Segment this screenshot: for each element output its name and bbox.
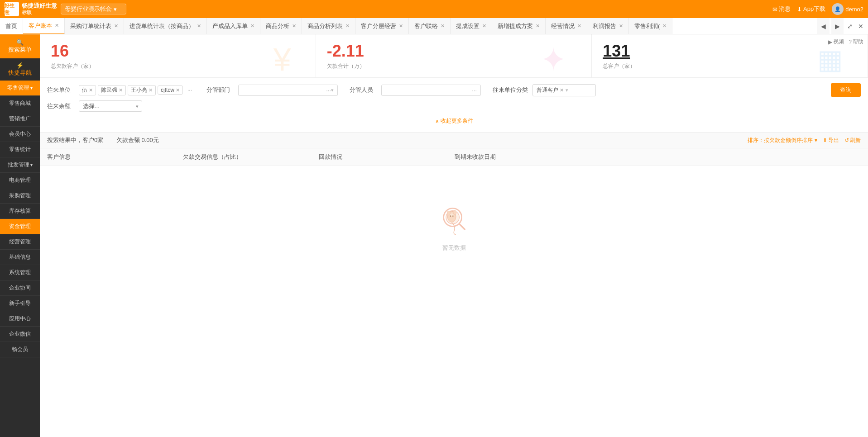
tab-close-icon[interactable]: ✕ bbox=[399, 23, 403, 29]
message-btn[interactable]: ✉ 消息 bbox=[772, 5, 791, 13]
sidebar-item-app-center[interactable]: 应用中心 bbox=[0, 311, 40, 327]
tab-close-icon[interactable]: ✕ bbox=[619, 23, 623, 29]
tab-close-icon[interactable]: ✕ bbox=[55, 23, 59, 28]
tab-close-all-icon[interactable]: ✕ bbox=[856, 22, 865, 31]
sidebar-item-inventory[interactable]: 库存核算 bbox=[0, 204, 40, 219]
tab-customer-segment[interactable]: 客户分层经营 ✕ bbox=[355, 18, 409, 34]
chevron-down-icon[interactable]: ▾ bbox=[815, 137, 817, 143]
filter-tag-chen[interactable]: 陈民强 ✕ bbox=[98, 85, 126, 95]
collapse-button[interactable]: ∧ 收起更多条件 bbox=[435, 115, 473, 127]
filter-tag-wang[interactable]: 王小亮 ✕ bbox=[128, 85, 156, 95]
sidebar-item-retail-stats[interactable]: 零售统计 bbox=[0, 142, 40, 157]
filter-tag-cjttcw[interactable]: cjttcw ✕ bbox=[158, 86, 183, 95]
tab-home[interactable]: 首页 bbox=[0, 18, 23, 34]
tab-next-arrow[interactable]: ▶ bbox=[831, 18, 844, 34]
filter-dept-dots[interactable]: ··· bbox=[326, 87, 331, 94]
sidebar-item-member[interactable]: 会员中心 bbox=[0, 127, 40, 142]
tab-product-analysis[interactable]: 商品分析 ✕ bbox=[260, 18, 302, 34]
tab-close-icon[interactable]: ✕ bbox=[345, 23, 350, 29]
sidebar-item-new-guide[interactable]: 新手引导 bbox=[0, 296, 40, 311]
empty-state: 暂无数据 bbox=[40, 166, 868, 288]
avatar: 👤 bbox=[832, 3, 844, 15]
video-btn[interactable]: ▶ 视频 bbox=[828, 38, 844, 46]
remove-tag-ordinary[interactable]: ✕ bbox=[560, 87, 564, 93]
filter-balance-select[interactable]: 选择... bbox=[79, 100, 142, 112]
tab-purchase-order[interactable]: 采购订单统计表 ✕ bbox=[65, 18, 124, 34]
tab-close-icon[interactable]: ✕ bbox=[292, 23, 296, 29]
sidebar: 🔍 搜索菜单 ⚡ 快捷导航 零售管理 ▾ 零售商城 营销推广 会员中心 零售统计… bbox=[0, 34, 40, 437]
filter-staff-label: 分管人员 bbox=[350, 86, 377, 94]
tab-expand-icon[interactable]: ⤢ bbox=[845, 22, 854, 31]
sidebar-item-retail[interactable]: 零售管理 ▾ bbox=[0, 81, 40, 96]
sidebar-item-system[interactable]: 系统管理 bbox=[0, 265, 40, 280]
sidebar-item-purchase[interactable]: 采购管理 bbox=[0, 188, 40, 204]
search-result-bar: 搜索结果中，客户0家 欠款金额 0.00元 排序：按欠款金额倒序排序 ▾ ⬆ 导… bbox=[40, 133, 868, 148]
remove-tag-wu[interactable]: ✕ bbox=[89, 87, 93, 93]
result-actions: 排序：按欠款金额倒序排序 ▾ ⬆ 导出 ↺ 刷新 bbox=[748, 137, 861, 144]
sidebar-item-enterprise-collab[interactable]: 企业协同 bbox=[0, 280, 40, 296]
app-download-btn[interactable]: ⬇ App下载 bbox=[797, 5, 825, 13]
tab-customer-book[interactable]: 客户账本 ✕ bbox=[23, 18, 65, 34]
sidebar-item-wholesale[interactable]: 批发管理 ▾ bbox=[0, 157, 40, 173]
filter-tag-wu[interactable]: 伍 ✕ bbox=[79, 85, 96, 95]
tab-stock-stats[interactable]: 进货单统计表（按商品） ✕ bbox=[124, 18, 207, 34]
refresh-icon: ↺ bbox=[844, 137, 849, 143]
remove-tag-wang[interactable]: ✕ bbox=[149, 87, 153, 93]
th-debt-info: 欠款交易信息（占比） bbox=[183, 153, 319, 161]
tab-profit-report[interactable]: 利润报告 ✕ bbox=[587, 18, 629, 34]
sidebar-item-finance[interactable]: 资金管理 bbox=[0, 219, 40, 234]
sidebar-app-center-label: 应用中心 bbox=[9, 315, 31, 322]
empty-text: 暂无数据 bbox=[442, 244, 466, 252]
remove-tag-chen[interactable]: ✕ bbox=[119, 87, 123, 93]
filter-tag-ordinary[interactable]: 普通客户 ✕ bbox=[537, 86, 564, 94]
sidebar-item-enterprise-wechat[interactable]: 企业微信 bbox=[0, 327, 40, 342]
download-icon: ⬇ bbox=[797, 6, 802, 13]
sidebar-quick-nav[interactable]: ⚡ 快捷导航 bbox=[0, 58, 40, 81]
filter-staff-input[interactable]: ··· bbox=[381, 85, 481, 96]
result-amount: 欠款金额 0.00元 bbox=[110, 137, 159, 143]
filter-dept-input[interactable]: ··· ▾ bbox=[238, 85, 338, 96]
search-icon: 🔍 bbox=[16, 39, 24, 46]
sidebar-retail-mall-label: 零售商城 bbox=[9, 100, 31, 106]
tab-close-icon[interactable]: ✕ bbox=[250, 23, 254, 29]
tab-close-icon[interactable]: ✕ bbox=[197, 23, 201, 29]
tab-close-icon[interactable]: ✕ bbox=[662, 23, 667, 29]
sidebar-item-basic-info[interactable]: 基础信息 bbox=[0, 250, 40, 265]
tab-customer-contact[interactable]: 客户联络 ✕ bbox=[409, 18, 451, 34]
tab-new-promotion[interactable]: 新增提成方案 ✕ bbox=[492, 18, 546, 34]
query-button[interactable]: 查询 bbox=[831, 83, 861, 97]
tab-home-label: 首页 bbox=[5, 22, 17, 30]
help-btn[interactable]: ? 帮助 bbox=[849, 38, 863, 46]
tab-close-icon[interactable]: ✕ bbox=[114, 23, 118, 29]
tab-close-icon[interactable]: ✕ bbox=[536, 23, 540, 29]
refresh-btn[interactable]: ↺ 刷新 bbox=[844, 137, 861, 144]
help-area: ▶ 视频 ? 帮助 bbox=[828, 38, 863, 46]
stat-block-customers: 16 总欠款客户（家） ¥ bbox=[40, 34, 316, 77]
filter-dept-field[interactable] bbox=[242, 87, 324, 94]
tab-product-inbound[interactable]: 产成品入库单 ✕ bbox=[207, 18, 260, 34]
result-text: 搜索结果中，客户0家 bbox=[47, 137, 103, 143]
filter-tag-more[interactable]: ··· bbox=[185, 86, 195, 94]
account-dropdown[interactable]: 母婴行业演示帐套 ▾ bbox=[61, 4, 126, 14]
user-avatar-area[interactable]: 👤 demo2 bbox=[832, 3, 863, 15]
tab-close-icon[interactable]: ✕ bbox=[577, 23, 581, 29]
filter-unit-type-select[interactable]: 普通客户 ✕ ▾ bbox=[532, 84, 596, 96]
filter-unit-label: 往来单位 bbox=[47, 86, 74, 94]
tab-prev-arrow[interactable]: ◀ bbox=[817, 18, 830, 34]
sidebar-item-retail-mall[interactable]: 零售商城 bbox=[0, 96, 40, 111]
sidebar-item-marketing[interactable]: 营销推广 bbox=[0, 111, 40, 127]
sidebar-item-operations[interactable]: 经营管理 bbox=[0, 234, 40, 250]
filter-staff-dots[interactable]: ··· bbox=[472, 87, 477, 94]
sidebar-search[interactable]: 🔍 搜索菜单 bbox=[0, 34, 40, 58]
filter-staff-field[interactable] bbox=[385, 87, 470, 94]
sidebar-item-vip-member[interactable]: 畅会员 bbox=[0, 342, 40, 357]
export-btn[interactable]: ⬆ 导出 bbox=[823, 137, 839, 144]
tab-business-status[interactable]: 经营情况 ✕ bbox=[546, 18, 587, 34]
sidebar-item-ecommerce[interactable]: 电商管理 bbox=[0, 173, 40, 188]
tab-promotion-settings[interactable]: 提成设置 ✕ bbox=[451, 18, 492, 34]
tab-close-icon[interactable]: ✕ bbox=[441, 23, 445, 29]
tab-product-analysis-list[interactable]: 商品分析列表 ✕ bbox=[302, 18, 355, 34]
tab-close-icon[interactable]: ✕ bbox=[482, 23, 486, 29]
remove-tag-cjttcw[interactable]: ✕ bbox=[176, 87, 180, 93]
tab-retail-profit[interactable]: 零售利润( ✕ bbox=[629, 18, 672, 34]
